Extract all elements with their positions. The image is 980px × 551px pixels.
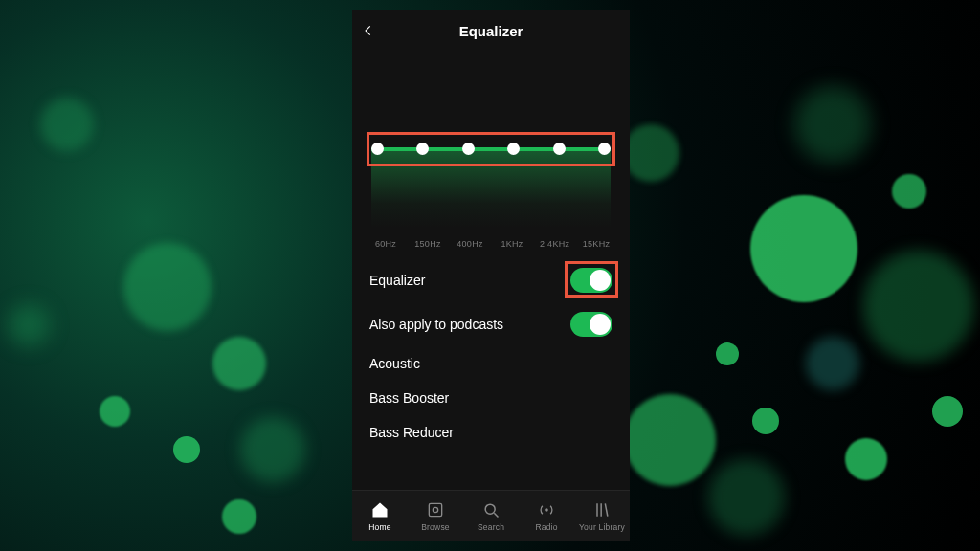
equalizer-graph: 60Hz150Hz400Hz1KHz2.4KHz15KHz <box>352 52 630 253</box>
header: Equalizer <box>352 10 630 52</box>
nav-label: Search <box>478 522 504 532</box>
phone-screen: Equalizer 60Hz150Hz400Hz1KHz2.4KHz15KHz … <box>352 10 630 541</box>
nav-item-library[interactable]: Your Library <box>574 491 630 541</box>
bokeh-circle <box>123 243 212 331</box>
setting-label: Acoustic <box>369 356 420 371</box>
frequency-label: 15KHz <box>582 239 611 249</box>
bokeh-circle <box>716 342 739 365</box>
eq-band-handle[interactable] <box>371 143 384 155</box>
setting-row-toggle: Equalizer <box>352 258 630 302</box>
bokeh-circle <box>794 86 871 163</box>
bokeh-circle <box>100 396 130 427</box>
bokeh-circle <box>240 417 305 482</box>
nav-item-home[interactable]: Home <box>352 491 408 541</box>
svg-point-1 <box>433 507 437 512</box>
bokeh-circle <box>863 251 974 362</box>
page-title: Equalizer <box>459 23 523 39</box>
back-button[interactable] <box>362 10 390 52</box>
bokeh-circle <box>222 499 256 534</box>
eq-band-handle[interactable] <box>416 143 429 155</box>
frequency-label: 150Hz <box>413 239 442 249</box>
search-icon <box>481 500 501 519</box>
bokeh-circle <box>845 438 887 480</box>
svg-rect-0 <box>429 503 441 516</box>
annotation-highlight-toggle <box>565 261 618 298</box>
toggle-switch[interactable] <box>570 312 612 337</box>
frequency-label: 60Hz <box>371 239 400 249</box>
setting-label: Bass Reducer <box>369 425 454 440</box>
nav-label: Home <box>368 522 390 532</box>
svg-point-4 <box>545 508 548 512</box>
bokeh-circle <box>8 304 50 346</box>
chevron-left-icon <box>362 24 375 37</box>
bokeh-circle <box>892 174 926 209</box>
library-icon <box>592 500 612 519</box>
home-icon <box>370 500 390 519</box>
nav-item-search[interactable]: Search <box>463 491 519 541</box>
eq-band-handle[interactable] <box>462 143 475 155</box>
bokeh-circle <box>932 396 963 427</box>
bokeh-circle <box>40 98 94 151</box>
eq-band-handle[interactable] <box>598 143 611 155</box>
nav-item-radio[interactable]: Radio <box>519 491 574 541</box>
nav-label: Radio <box>535 522 557 532</box>
svg-line-3 <box>494 513 498 517</box>
bottom-nav: HomeBrowseSearchRadioYour Library <box>352 490 630 541</box>
nav-label: Browse <box>421 522 450 532</box>
setting-row-toggle: Also apply to podcasts <box>352 302 630 346</box>
bokeh-circle <box>750 195 858 302</box>
svg-line-7 <box>605 503 608 516</box>
bokeh-circle <box>752 408 779 434</box>
bokeh-circle <box>212 337 266 390</box>
bokeh-circle <box>624 394 716 486</box>
setting-label: Also apply to podcasts <box>369 317 503 332</box>
svg-point-2 <box>485 504 495 514</box>
bokeh-circle <box>622 124 679 182</box>
nav-item-browse[interactable]: Browse <box>408 491 463 541</box>
bokeh-circle <box>173 436 200 463</box>
nav-label: Your Library <box>579 522 625 532</box>
browse-icon <box>426 500 445 519</box>
equalizer-fill <box>371 147 611 228</box>
preset-row[interactable]: Bass Reducer <box>352 415 630 450</box>
frequency-labels: 60Hz150Hz400Hz1KHz2.4KHz15KHz <box>371 239 611 249</box>
eq-band-handle[interactable] <box>553 143 566 155</box>
frequency-label: 400Hz <box>456 239 484 249</box>
frequency-label: 1KHz <box>498 239 526 249</box>
preset-row[interactable]: Acoustic <box>352 346 630 381</box>
frequency-label: 2.4KHz <box>540 239 568 249</box>
bokeh-circle <box>806 337 859 390</box>
preset-row[interactable]: Bass Booster <box>352 381 630 415</box>
setting-label: Bass Booster <box>369 390 449 406</box>
radio-icon <box>537 500 556 519</box>
eq-band-handle[interactable] <box>507 143 520 155</box>
bokeh-circle <box>708 459 785 536</box>
setting-label: Equalizer <box>369 273 425 288</box>
settings-list: EqualizerAlso apply to podcastsAcousticB… <box>352 253 630 490</box>
